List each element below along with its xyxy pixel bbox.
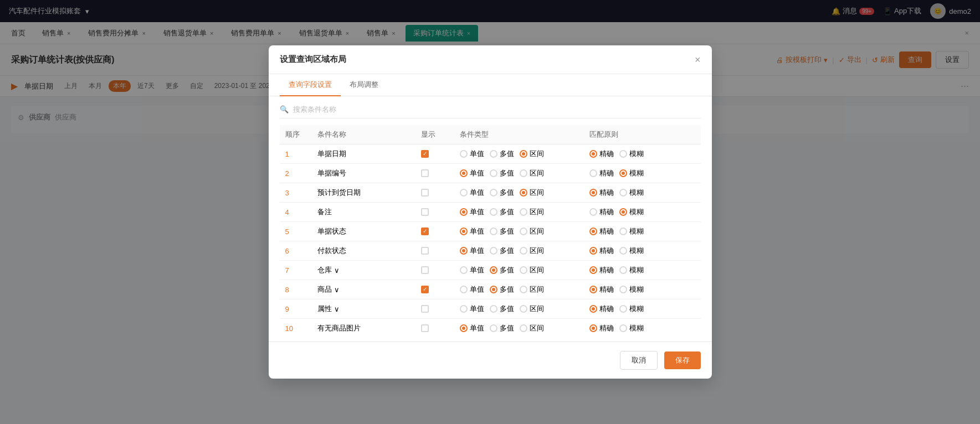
modal-close-button[interactable]: × [695, 55, 701, 65]
modal-body: 🔍 顺序 条件名称 显示 条件类型 匹配原则 [269, 96, 712, 142]
modal-tabs: 查询字段设置 布局调整 [269, 74, 712, 96]
settings-modal: 设置查询区域布局 × 查询字段设置 布局调整 🔍 顺序 条件名称 显示 [269, 45, 712, 142]
config-table: 顺序 条件名称 显示 条件类型 匹配原则 [280, 125, 701, 142]
col-header-order: 顺序 [280, 125, 312, 142]
modal-overlay: 设置查询区域布局 × 查询字段设置 布局调整 🔍 顺序 条件名称 显示 [0, 0, 980, 142]
search-bar: 🔍 [280, 105, 701, 118]
search-input[interactable] [293, 105, 404, 113]
search-icon: 🔍 [280, 105, 289, 113]
modal-header: 设置查询区域布局 × [269, 45, 712, 74]
col-header-name: 条件名称 [312, 125, 415, 142]
modal-tab-layout[interactable]: 布局调整 [341, 74, 387, 96]
modal-title: 设置查询区域布局 [280, 54, 346, 65]
col-header-type: 条件类型 [454, 125, 584, 142]
col-header-show: 显示 [415, 125, 454, 142]
modal-tab-fields[interactable]: 查询字段设置 [280, 74, 341, 96]
col-header-match: 匹配原则 [584, 125, 701, 142]
table-header-row: 顺序 条件名称 显示 条件类型 匹配原则 [280, 125, 701, 142]
